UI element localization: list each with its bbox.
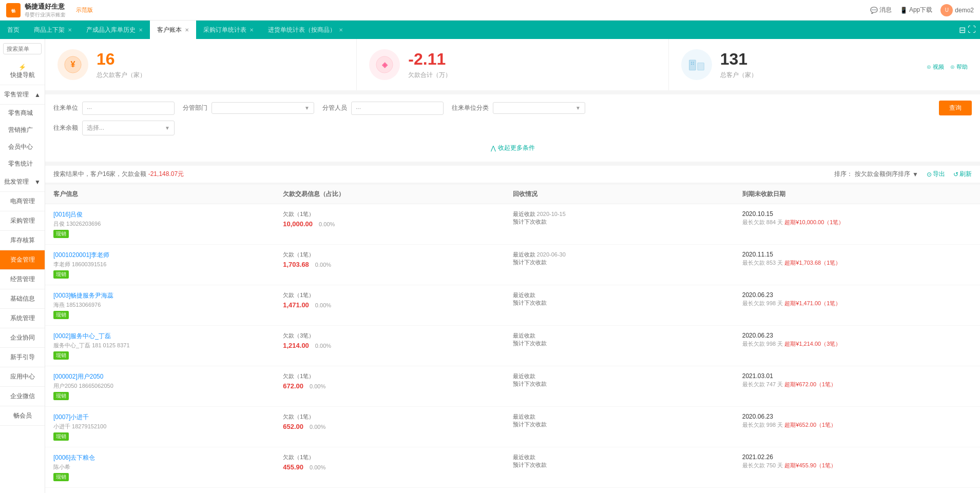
from-unit-input[interactable]: ··· [82,102,175,115]
tab-customer-account[interactable]: 客户账本 ✕ [150,21,196,39]
query-button[interactable]: 查询 [939,101,972,115]
sidebar-item-marketing[interactable]: 营销推广 [0,122,45,139]
results-bar: 搜索结果中，客户16家，欠款金额 -21,148.07元 排序： 按欠款金额倒序… [45,166,980,183]
customer-cell-000002: [000002]用户2050 用户2050 18665062050 现销 [53,372,283,400]
sidebar-item-retail-mgmt[interactable]: 零售管理 ▲ [0,85,45,105]
tab-bar-end: ⊟ ⛶ [959,25,980,35]
overdue-amount-0001[interactable]: 超期¥1,703.68（1笔） [784,260,841,266]
tab-purchase-stats[interactable]: 采购订单统计表 ✕ [196,21,261,39]
content-area: ¥ 16 总欠款客户（家） ◈ -2.11 欠款合计（ [45,39,980,493]
overdue-amount-0016[interactable]: 超期¥10,000.00（1笔） [784,219,844,225]
collection-cell-0001: 最近收款 2020-06-30 预计下次收款 [513,251,742,266]
col-header-customer: 客户信息 [53,190,283,199]
tab-purchase-stats-close[interactable]: ✕ [249,27,254,33]
tab-expand-btn[interactable]: ⛶ [968,25,976,34]
sidebar-item-wholesale-mgmt[interactable]: 批发管理 ▼ [0,172,45,192]
tab-home[interactable]: 首页 [0,21,27,39]
debt-cell-0016: 欠款（1笔） 10,000.00 0.00% [283,210,512,228]
sidebar-item-vip-member[interactable]: 畅会员 [0,406,45,426]
unit-category-select[interactable]: ▼ [493,102,585,114]
customer-sub-0003: 海燕 18513066976 [53,301,283,309]
debt-row-0007: 652.00 0.00% [283,423,512,430]
help-link[interactable]: ⊙ 帮助 [950,63,968,71]
debt-amount-0007[interactable]: 652.00 [283,423,303,430]
filter-bar: 往来单位 ··· 分管部门 ▼ 分管人员 · [45,94,980,162]
sort-select[interactable]: 排序： 按欠款金额倒序排序 ▼ [834,170,918,179]
overdue-amount-0006[interactable]: 超期¥455.90（1笔） [784,462,836,468]
tab-product-offline-close[interactable]: ✕ [68,27,72,33]
tab-production-history[interactable]: 产成品入库单历史 ✕ [79,21,150,39]
customer-tag-0002: 现销 [53,351,69,360]
sidebar-item-biz-mgmt[interactable]: 经营管理 [0,270,45,289]
stat-help-links: ⊙ 视频 ⊙ 帮助 [927,59,968,71]
user-avatar[interactable]: U demo2 [940,4,974,16]
customer-tag-0003: 现销 [53,311,69,319]
sidebar-item-purchase-mgmt[interactable]: 采购管理 [0,211,45,231]
main-layout: ⚡ 快捷导航 零售管理 ▲ 零售商城 营销推广 会员中心 零售统计 批发管理 ▼… [0,39,980,493]
dept-select[interactable]: ▼ [212,102,314,114]
table-row: [0007]小进千 小进千 18279152100 现销 欠款（1笔） 652.… [45,407,980,447]
sidebar-item-sys-mgmt[interactable]: 系统管理 [0,309,45,328]
edition-label: 示范版 [76,6,93,14]
customer-name-0016[interactable]: [0016]吕俊 [53,210,283,219]
debt-amount-0001[interactable]: 1,703.68 [283,261,309,268]
debt-amount-000002[interactable]: 672.00 [283,382,303,390]
due-date-0003: 2020.06.23 [742,291,972,299]
export-button[interactable]: ⊙ 导出 [927,170,945,179]
app-download-btn[interactable]: 📱 App下载 [900,6,932,14]
due-date-0001: 2020.11.15 [742,251,972,258]
sidebar-item-quick-nav[interactable]: ⚡ 快捷导航 [0,58,45,85]
message-btn[interactable]: 💬 消息 [870,6,892,14]
sidebar-item-basic-info[interactable]: 基础信息 [0,289,45,309]
customer-name-0007[interactable]: [0007]小进千 [53,413,283,422]
due-date-0016: 2020.10.15 [742,210,972,218]
debt-amount-0002[interactable]: 1,214.00 [283,342,309,349]
customer-sub-0006: 陈小希 [53,463,283,471]
collapse-filter-btn[interactable]: ⋀ 收起更多条件 [53,141,972,155]
manager-input[interactable]: ··· [351,102,444,115]
app-logo-icon: 畅 [6,3,21,17]
sidebar-item-finance-mgmt[interactable]: 资金管理 [0,250,45,270]
overdue-amount-0007[interactable]: 超期¥652.00（1笔） [784,422,836,428]
customer-name-0006[interactable]: [0006]去下粮仓 [53,453,283,462]
customer-name-0001[interactable]: [0001020001]李老师 [53,251,283,260]
sidebar-item-new-guide[interactable]: 新手引导 [0,348,45,367]
filter-item-unit-category: 往来单位分类 ▼ [452,102,585,114]
manager-label: 分管人员 [322,104,347,112]
table-row: [0001020001]李老师 李老师 18600391516 现销 欠款（1笔… [45,245,980,285]
debt-count-0016: 欠款（1笔） [283,210,512,218]
customer-name-0003[interactable]: [0003]畅捷服务尹海蕊 [53,291,283,300]
tab-product-offline[interactable]: 商品上下架 ✕ [27,21,79,39]
sidebar-item-retail-mall[interactable]: 零售商城 [0,105,45,122]
debt-amount-0003[interactable]: 1,471.00 [283,301,309,309]
tab-production-history-close[interactable]: ✕ [139,27,143,33]
svg-rect-6 [689,60,696,70]
sidebar-item-inventory[interactable]: 库存核算 [0,231,45,250]
debt-amount-0006[interactable]: 455.90 [283,463,303,471]
tab-customer-account-close[interactable]: ✕ [185,27,189,33]
overdue-amount-0002[interactable]: 超期¥1,214.00（3笔） [784,341,841,347]
video-help-link[interactable]: ⊙ 视频 [927,63,944,71]
sidebar-item-retail-stats[interactable]: 零售统计 [0,155,45,172]
debt-amount-0016[interactable]: 10,000.00 [283,220,313,228]
overdue-amount-0003[interactable]: 超期¥1,471.00（1笔） [784,300,841,306]
sidebar-item-ecommerce-mgmt[interactable]: 电商管理 [0,192,45,211]
sidebar-item-enterprise-wechat[interactable]: 企业微信 [0,387,45,406]
logo-text-group: 畅捷通好生意 母婴行业演示账套 [25,2,66,18]
customer-name-000002[interactable]: [000002]用户2050 [53,372,283,381]
next-collection-0002: 预计下次收款 [513,340,742,347]
customer-name-0002[interactable]: [0002]服务中心_丁磊 [53,332,283,341]
sidebar-item-member-center[interactable]: 会员中心 [0,139,45,155]
sidebar-item-enterprise-collab[interactable]: 企业协同 [0,328,45,348]
tab-purchase-summary-close[interactable]: ✕ [339,27,343,33]
sidebar-item-app-center[interactable]: 应用中心 [0,367,45,387]
tab-purchase-summary[interactable]: 进货单统计表（按商品） ✕ [261,21,350,39]
stat-label-total-customers: 总客户（家） [720,71,757,80]
balance-select[interactable]: 选择... ▼ [82,121,175,135]
collection-cell-0003: 最近收款 预计下次收款 [513,291,742,307]
refresh-button[interactable]: ↺ 刷新 [953,170,972,179]
overdue-amount-000002[interactable]: 超期¥672.00（1笔） [784,381,836,387]
tab-minimize-btn[interactable]: ⊟ [959,25,966,35]
sidebar-search-input[interactable] [3,43,42,54]
export-icon: ⊙ [927,171,932,178]
